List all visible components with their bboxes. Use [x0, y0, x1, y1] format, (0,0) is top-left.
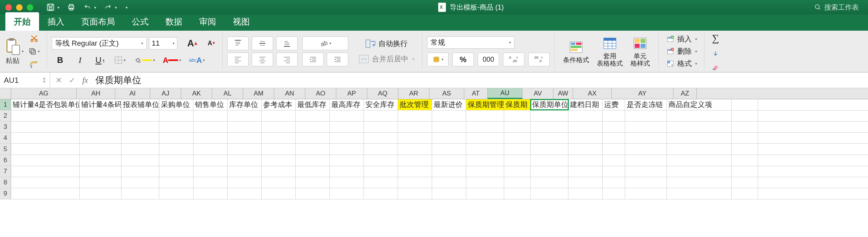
select-all-corner[interactable]: [0, 88, 11, 99]
cell-AH7[interactable]: [80, 166, 121, 177]
cell-AK2[interactable]: [193, 110, 228, 121]
cell-AY1[interactable]: 商品自定义项: [667, 99, 732, 110]
cell-AT6[interactable]: [504, 155, 531, 166]
fill-button[interactable]: [709, 49, 722, 59]
orientation-button[interactable]: ab▾: [302, 36, 348, 50]
cell-AU7[interactable]: [531, 166, 568, 177]
cell-AW6[interactable]: [603, 155, 625, 166]
cell-AQ4[interactable]: [398, 133, 432, 143]
column-header-AM[interactable]: AM: [243, 88, 274, 99]
decrease-decimal-button[interactable]: .00.0: [528, 53, 550, 66]
cell-AJ7[interactable]: [159, 166, 193, 177]
cell-AS4[interactable]: [466, 133, 504, 143]
cell-AZ8[interactable]: [732, 177, 758, 188]
cell-AZ6[interactable]: [732, 155, 758, 166]
cell-AR6[interactable]: [432, 155, 466, 166]
cell-AQ8[interactable]: [398, 177, 432, 188]
align-middle-button[interactable]: [252, 36, 273, 50]
cell-AS5[interactable]: [466, 144, 504, 155]
number-format-select[interactable]: 常规▾: [427, 36, 514, 49]
cell-AZ5[interactable]: [732, 144, 758, 155]
cell-AS8[interactable]: [466, 177, 504, 188]
cell-AK4[interactable]: [193, 133, 228, 143]
cell-AZ2[interactable]: [732, 110, 758, 121]
tab-formulas[interactable]: 公式: [123, 12, 157, 31]
cell-AR2[interactable]: [432, 110, 466, 121]
underline-button[interactable]: U▾: [92, 54, 108, 66]
cell-AZ4[interactable]: [732, 133, 758, 143]
cell-AK9[interactable]: [193, 188, 228, 199]
cell-styles-button[interactable]: 单元 格样式: [627, 36, 654, 67]
cell-AZ1[interactable]: [732, 99, 758, 110]
cell-AO9[interactable]: [330, 188, 364, 199]
align-left-button[interactable]: [227, 53, 249, 66]
qat-undo-button[interactable]: ▾: [83, 4, 96, 11]
cell-AU6[interactable]: [531, 155, 568, 166]
tab-page-layout[interactable]: 页面布局: [73, 12, 123, 31]
cell-AV9[interactable]: [568, 188, 603, 199]
cell-AV5[interactable]: [568, 144, 603, 155]
cell-AV6[interactable]: [568, 155, 603, 166]
row-header-7[interactable]: 7: [0, 166, 11, 177]
column-header-AN[interactable]: AN: [274, 88, 305, 99]
column-header-AU[interactable]: AU: [488, 88, 522, 99]
cell-AW2[interactable]: [603, 110, 625, 121]
cell-AI8[interactable]: [121, 177, 159, 188]
cell-AT9[interactable]: [504, 188, 531, 199]
cell-AW9[interactable]: [603, 188, 625, 199]
cell-AN2[interactable]: [296, 110, 330, 121]
tab-view[interactable]: 视图: [224, 12, 258, 31]
cell-AJ5[interactable]: [159, 144, 193, 155]
cell-AR5[interactable]: [432, 144, 466, 155]
column-header-AG[interactable]: AG: [11, 88, 77, 99]
cell-AV8[interactable]: [568, 177, 603, 188]
cell-AU8[interactable]: [531, 177, 568, 188]
cell-AS1[interactable]: 保质期管理: [466, 99, 504, 110]
column-header-AY[interactable]: AY: [612, 88, 673, 99]
font-name-select[interactable]: 等线 Regular (正文)▾: [52, 37, 147, 49]
cell-AX3[interactable]: [625, 122, 667, 132]
cell-AN5[interactable]: [296, 144, 330, 155]
cell-AG6[interactable]: [11, 155, 80, 166]
cell-AT8[interactable]: [504, 177, 531, 188]
insert-cells-button[interactable]: 插入▾: [663, 33, 699, 45]
percent-button[interactable]: %: [452, 53, 474, 66]
cell-AM2[interactable]: [262, 110, 296, 121]
cell-AU9[interactable]: [531, 188, 568, 199]
column-header-AO[interactable]: AO: [305, 88, 336, 99]
cell-AR9[interactable]: [432, 188, 466, 199]
cell-AP8[interactable]: [364, 177, 398, 188]
cell-AG8[interactable]: [11, 177, 80, 188]
cell-AV7[interactable]: [568, 166, 603, 177]
cell-AK6[interactable]: [193, 155, 228, 166]
paste-button[interactable]: 粘贴: [5, 38, 21, 65]
cell-AU3[interactable]: [531, 122, 568, 132]
cell-AN4[interactable]: [296, 133, 330, 143]
cell-AN3[interactable]: [296, 122, 330, 132]
cell-AQ6[interactable]: [398, 155, 432, 166]
namebox-stepper-icon[interactable]: ▲▼: [43, 77, 46, 84]
format-as-table-button[interactable]: 套用 表格格式: [593, 36, 627, 67]
qat-print-button[interactable]: [67, 3, 75, 12]
name-box[interactable]: AU1 ▲▼: [0, 72, 50, 88]
copy-button[interactable]: ▾: [26, 46, 42, 57]
cell-AK8[interactable]: [193, 177, 228, 188]
cell-AS9[interactable]: [466, 188, 504, 199]
cell-AL3[interactable]: [228, 122, 262, 132]
cell-AS6[interactable]: [466, 155, 504, 166]
cell-AP2[interactable]: [364, 110, 398, 121]
cell-AU5[interactable]: [531, 144, 568, 155]
decrease-indent-button[interactable]: [302, 53, 324, 66]
cell-AO5[interactable]: [330, 144, 364, 155]
cell-AV3[interactable]: [568, 122, 603, 132]
cut-button[interactable]: [26, 33, 42, 44]
tab-insert[interactable]: 插入: [39, 12, 73, 31]
cell-AI1[interactable]: 报表辅单位: [121, 99, 159, 110]
cell-AM3[interactable]: [262, 122, 296, 132]
cell-AN8[interactable]: [296, 177, 330, 188]
row-header-2[interactable]: 2: [0, 110, 11, 121]
conditional-format-button[interactable]: 条件格式: [559, 40, 593, 64]
decrease-font-button[interactable]: A: [205, 38, 218, 48]
column-header-AZ[interactable]: AZ: [673, 88, 697, 99]
column-header-AH[interactable]: AH: [77, 88, 115, 99]
